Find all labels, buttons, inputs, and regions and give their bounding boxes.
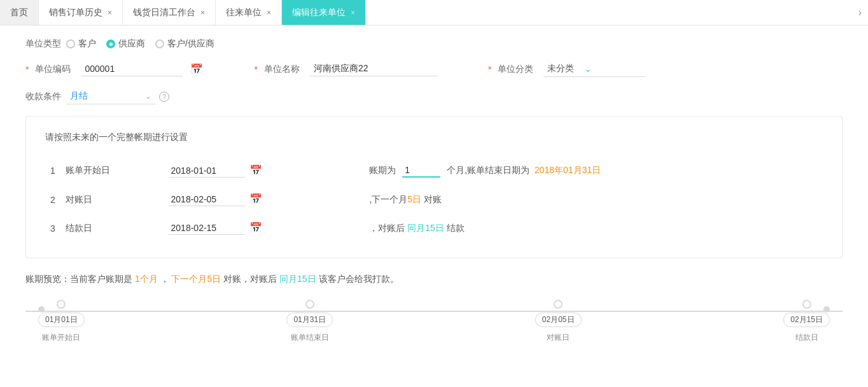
tab-edit-contact[interactable]: 编辑往来单位 ×	[282, 0, 366, 25]
unit-category-label: 单位分类	[498, 64, 533, 75]
tab-edit-contact-close[interactable]: ×	[351, 8, 355, 17]
unit-code-required: *	[25, 64, 29, 74]
unit-name-required: *	[254, 64, 257, 74]
timeline-point-2: 01月31日 账单结束日	[286, 300, 333, 343]
main-content: 单位类型 客户 供应商 客户/供应商 * 单位编码 📅 * 单位名称	[0, 25, 868, 387]
unit-category-required: *	[488, 64, 491, 74]
billing-row-1: 1 账单开始日 📅 账期为 个月,账单结束日期为 2018年01月31日	[45, 156, 823, 185]
unit-code-input[interactable]	[81, 62, 183, 76]
timeline-point-3: 02月05日 对账日	[535, 300, 582, 343]
timeline-container: 01月01日 账单开始日 01月31日 账单结束日 02月05日 对账日 02月…	[25, 300, 843, 343]
radio-both[interactable]: 客户/供应商	[155, 38, 214, 50]
tab-contacts-close[interactable]: ×	[267, 8, 271, 17]
preview-part1: 1个月	[135, 274, 158, 284]
billing-table: 1 账单开始日 📅 账期为 个月,账单结束日期为 2018年01月31日	[45, 156, 823, 243]
unit-code-label: 单位编码	[35, 64, 71, 75]
row-1-date-cell: 📅	[164, 156, 360, 185]
preview-sep2: 对账，对账后	[223, 274, 277, 284]
tab-contacts[interactable]: 往来单位 ×	[216, 0, 282, 25]
preview-part3: 同月15日	[279, 274, 316, 284]
tab-contacts-label: 往来单位	[226, 7, 262, 18]
row-3-date-cell: 📅	[164, 214, 360, 243]
row-3-suffix: 结款	[444, 223, 465, 233]
billing-row-2: 2 对账日 📅 ,下一个月5日 对账	[45, 185, 823, 214]
row-2-prefix: ,下一个月	[369, 194, 407, 204]
timeline-badge-3: 02月05日	[535, 313, 582, 327]
payment-condition-arrow-icon: ⌄	[145, 92, 151, 101]
radio-both-label: 客户/供应商	[167, 38, 214, 50]
timeline-point-1: 01月01日 账单开始日	[38, 300, 85, 343]
billing-section: 请按照未来的一个完整帐期进行设置 1 账单开始日 📅 账期为 个月,账单结束日期…	[25, 116, 843, 258]
payment-condition-value: 月结	[70, 90, 88, 102]
tab-sales-history[interactable]: 销售订单历史 ×	[39, 0, 123, 25]
row-1-period-input[interactable]	[402, 164, 440, 178]
timeline-badge-4: 02月15日	[783, 313, 830, 327]
row-2-date-cell: 📅	[164, 185, 360, 214]
tabs-bar: 首页 销售订单历史 × 钱货日清工作台 × 往来单位 × 编辑往来单位 × ›	[0, 0, 868, 25]
tab-daily-clear[interactable]: 钱货日清工作台 ×	[123, 0, 216, 25]
timeline-label-1: 账单开始日	[42, 332, 80, 343]
tab-arrow-right[interactable]: ›	[852, 0, 868, 25]
timeline-label-2: 账单结束日	[291, 332, 329, 343]
row-1-period-cell: 账期为 个月,账单结束日期为 2018年01月31日	[359, 156, 823, 185]
row-3-prefix: ，对账后	[369, 223, 407, 233]
timeline-point-4: 02月15日 结款日	[783, 300, 830, 343]
timeline-dot-3	[554, 300, 563, 309]
tab-edit-contact-label: 编辑往来单位	[292, 7, 346, 18]
section-title: 请按照未来的一个完整帐期进行设置	[45, 132, 823, 143]
row-3-num: 3	[45, 214, 60, 243]
radio-supplier[interactable]: 供应商	[106, 38, 145, 50]
payment-condition-row: 收款条件 月结 ⌄ ?	[25, 88, 843, 104]
row-1-num: 1	[45, 156, 60, 185]
unit-code-calendar-icon[interactable]: 📅	[190, 63, 203, 75]
billing-row-3: 3 结款日 📅 ，对账后 同月15日 结款	[45, 214, 823, 243]
unit-name-input[interactable]	[310, 62, 437, 76]
row-2-calendar-icon[interactable]: 📅	[249, 194, 262, 204]
timeline-badge-1: 01月01日	[38, 313, 85, 327]
row-2-label: 对账日	[60, 185, 164, 214]
unit-info-row: * 单位编码 📅 * 单位名称 * 单位分类 未分类 ⌄	[25, 61, 843, 77]
timeline-dot-1	[57, 300, 66, 309]
timeline-points: 01月01日 账单开始日 01月31日 账单结束日 02月05日 对账日 02月…	[38, 300, 830, 343]
row-2-num: 2	[45, 185, 60, 214]
payment-condition-select[interactable]: 月结 ⌄	[66, 88, 155, 104]
radio-customer-label: 客户	[78, 38, 96, 50]
preview-sep1: ，	[160, 274, 169, 284]
unit-type-row: 单位类型 客户 供应商 客户/供应商	[25, 38, 843, 50]
row-2-suffix-cell: ,下一个月5日 对账	[359, 185, 823, 214]
unit-category-select[interactable]: 未分类 ⌄	[543, 61, 645, 77]
row-2-suffix: 对账	[421, 194, 442, 204]
timeline-label-3: 对账日	[547, 332, 570, 343]
tab-sales-history-label: 销售订单历史	[49, 7, 102, 18]
row-3-calendar-icon[interactable]: 📅	[249, 222, 262, 233]
help-icon[interactable]: ?	[159, 92, 169, 102]
timeline-dot-4	[802, 300, 811, 309]
row-1-end-date: 2018年01月31日	[535, 165, 601, 175]
row-3-suffix-cell: ，对账后 同月15日 结款	[359, 214, 823, 243]
tab-home-label: 首页	[10, 7, 28, 18]
radio-group-unit-type: 客户 供应商 客户/供应商	[66, 38, 214, 50]
row-1-label: 账单开始日	[60, 156, 164, 185]
row-1-period-unit: 个月,账单结束日期为	[447, 165, 529, 175]
row-3-date-input[interactable]	[169, 222, 245, 235]
tab-daily-clear-close[interactable]: ×	[200, 8, 205, 17]
row-3-label: 结款日	[60, 214, 164, 243]
timeline-dot-2	[305, 300, 314, 309]
row-1-date-input[interactable]	[169, 164, 245, 178]
row-1-calendar-icon[interactable]: 📅	[249, 165, 262, 176]
row-3-highlight: 同月15日	[407, 223, 444, 233]
tab-sales-history-close[interactable]: ×	[108, 8, 112, 17]
row-2-highlight: 5日	[407, 194, 421, 204]
radio-supplier-label: 供应商	[118, 38, 145, 50]
radio-both-circle	[155, 39, 164, 48]
preview-prefix: 账期预览：当前客户账期是	[25, 274, 132, 284]
radio-customer[interactable]: 客户	[66, 38, 96, 50]
preview-part2: 下一个月5日	[171, 274, 221, 284]
tab-home[interactable]: 首页	[0, 0, 39, 25]
unit-type-label: 单位类型	[25, 38, 61, 50]
preview-text: 账期预览：当前客户账期是 1个月 ， 下一个月5日 对账，对账后 同月15日 该…	[25, 271, 843, 287]
row-2-date-input[interactable]	[169, 193, 245, 206]
timeline-items: 01月01日 账单开始日 01月31日 账单结束日 02月05日 对账日 02月…	[38, 300, 830, 343]
unit-category-value: 未分类	[547, 63, 574, 74]
row-1-period-prefix: 账期为	[369, 165, 396, 175]
